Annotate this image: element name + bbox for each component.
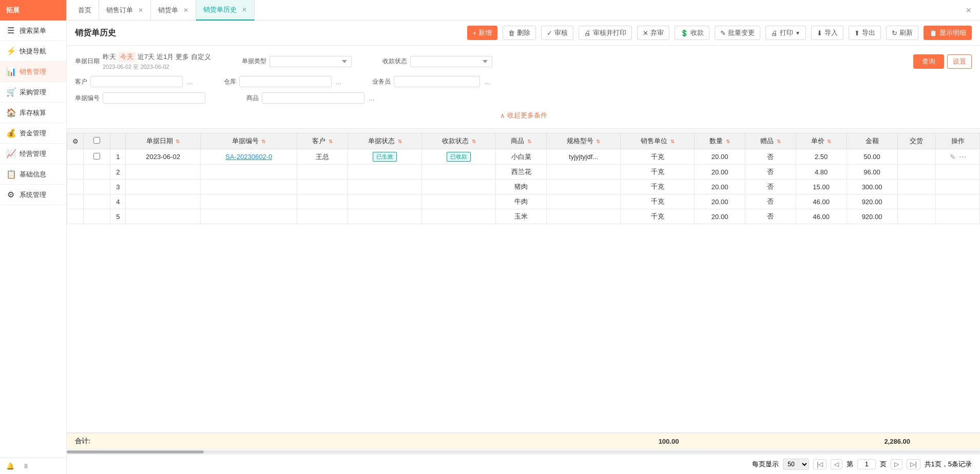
gear-column-header[interactable]: ⚙: [67, 133, 84, 149]
collapse-filter-button[interactable]: ∧ 收起更多条件: [75, 109, 972, 122]
sidebar-item-purchase-mgmt[interactable]: 🛒 采购管理: [0, 82, 66, 103]
select-all-checkbox[interactable]: [93, 137, 100, 144]
abandon-button[interactable]: ✕ 弃审: [637, 26, 669, 40]
shortcut-7days[interactable]: 近7天: [138, 52, 155, 62]
notification-icon[interactable]: 🔔: [6, 462, 14, 470]
row-spec-cell: [547, 180, 621, 194]
last-page-button[interactable]: ▷|: [907, 459, 920, 469]
goods-column-header[interactable]: 商品 ⇅: [496, 133, 547, 149]
doc-no-link[interactable]: SA-20230602-0: [225, 153, 272, 161]
docno-input[interactable]: [103, 92, 205, 104]
per-page-select[interactable]: 50 100 200: [783, 459, 809, 470]
first-page-button[interactable]: |◁: [813, 459, 827, 469]
sidebar-item-quick-nav[interactable]: ⚡ 快捷导航: [0, 41, 66, 62]
export-button[interactable]: ⬆ 导出: [849, 26, 881, 40]
filter-salesperson-item: 业务员 ...: [372, 76, 490, 87]
row-gear-cell: [67, 209, 84, 224]
tab-sales-delivery[interactable]: 销货单 ✕: [151, 0, 196, 21]
sidebar-item-operation[interactable]: 📈 经营管理: [0, 144, 66, 164]
payment-status-select[interactable]: [410, 56, 492, 67]
row-no-cell: 2: [110, 165, 126, 180]
tabbar: 首页 销售订单 ✕ 销货单 ✕ 销货单历史 ✕ ✕: [67, 0, 980, 21]
salesperson-input[interactable]: [394, 76, 480, 87]
sidebar-item-inventory[interactable]: 🏠 库存核算: [0, 103, 66, 123]
row-goods-cell: 牛肉: [496, 194, 547, 209]
new-button[interactable]: + 新增: [467, 26, 498, 40]
print-button[interactable]: 🖨 打印 ▼: [765, 26, 806, 40]
doc-type-select[interactable]: [270, 56, 352, 67]
tab-sales-history[interactable]: 销货单历史 ✕: [196, 0, 255, 21]
gift-column-header[interactable]: 赠品 ⇅: [745, 133, 796, 149]
doc-type-label: 单据类型: [242, 57, 266, 66]
warehouse-input[interactable]: [239, 76, 332, 87]
shortcut-today[interactable]: 今天: [118, 52, 136, 62]
doc-no-column-header[interactable]: 单据编号 ⇅: [200, 133, 297, 149]
customer-column-header[interactable]: 客户 ⇅: [297, 133, 348, 149]
query-button[interactable]: 查询: [913, 54, 944, 69]
sidebar-item-system-mgmt[interactable]: ⚙ 系统管理: [0, 185, 66, 205]
row-unit-price-cell: 46.00: [796, 209, 847, 224]
row-action-cell: ✎ ⋯: [936, 149, 980, 165]
doc-date-column-header[interactable]: 单据日期 ⇅: [126, 133, 201, 149]
shortcut-1month[interactable]: 近1月: [157, 52, 174, 62]
collect-button[interactable]: 💲 收款: [675, 26, 709, 40]
qty-column-header[interactable]: 数量 ⇅: [695, 133, 745, 149]
filter-doc-type-item: 单据类型: [242, 56, 352, 67]
row-more-icon[interactable]: ⋯: [959, 153, 966, 161]
row-customer-cell: [297, 165, 348, 180]
next-page-button[interactable]: ▷: [891, 459, 902, 469]
goods-dots-button[interactable]: ...: [369, 94, 375, 102]
audit-print-button[interactable]: 🖨 审核并打印: [579, 26, 632, 40]
settings-button[interactable]: 设置: [947, 54, 972, 69]
tab-sales-order[interactable]: 销售订单 ✕: [99, 0, 151, 21]
scroll-thumb[interactable]: [67, 450, 204, 453]
horizontal-scrollbar[interactable]: [67, 449, 980, 454]
close-all-tabs-button[interactable]: ✕: [962, 6, 976, 14]
row-transaction-cell: [897, 165, 936, 180]
unit-price-column-header[interactable]: 单价 ⇅: [796, 133, 847, 149]
show-detail-button[interactable]: 📋 显示明细: [924, 26, 972, 40]
pause-icon[interactable]: ⏸: [23, 462, 29, 470]
rowno-column-header: [110, 133, 126, 149]
spec-column-header[interactable]: 规格型号 ⇅: [547, 133, 621, 149]
sales-unit-column-header[interactable]: 销售单位 ⇅: [621, 133, 695, 149]
salesperson-dots-button[interactable]: ...: [484, 77, 490, 86]
shortcut-more[interactable]: 更多: [176, 52, 189, 62]
row-qty-cell: 20.00: [695, 209, 745, 224]
sidebar-item-basic-info[interactable]: 📋 基础信息: [0, 164, 66, 185]
row-checkbox[interactable]: [93, 153, 100, 160]
filter-customer-item: 客户 ...: [75, 76, 193, 87]
row-gear-cell: [67, 149, 84, 165]
row-edit-icon[interactable]: ✎: [950, 153, 956, 161]
refresh-button[interactable]: ↻ 刷新: [886, 26, 918, 40]
shortcut-yesterday[interactable]: 昨天: [103, 52, 116, 62]
customer-dots-button[interactable]: ...: [187, 77, 193, 86]
row-doc-date-cell: [126, 209, 201, 224]
transaction-column-header: 交货: [897, 133, 936, 149]
delete-button[interactable]: 🗑 删除: [503, 26, 536, 40]
import-button[interactable]: ⬇ 导入: [811, 26, 843, 40]
tab-home[interactable]: 首页: [71, 0, 99, 21]
tab-sales-order-close[interactable]: ✕: [138, 7, 143, 14]
goods-input[interactable]: [262, 92, 364, 104]
total-label: 合计:: [75, 437, 116, 446]
prev-page-button[interactable]: ◁: [831, 459, 842, 469]
print-dropdown-icon: ▼: [795, 30, 800, 36]
audit-button[interactable]: ✓ 审核: [541, 26, 573, 40]
doc-status-badge: 已生效: [373, 152, 397, 162]
page-number-input[interactable]: [857, 459, 876, 469]
shortcut-custom[interactable]: 自定义: [191, 52, 211, 62]
tab-sales-history-close[interactable]: ✕: [242, 6, 247, 13]
pay-status-column-header[interactable]: 收款状态 ⇅: [422, 133, 496, 149]
tab-sales-delivery-close[interactable]: ✕: [183, 7, 188, 14]
row-checkbox-cell: [84, 165, 110, 180]
customer-input[interactable]: [90, 76, 183, 87]
sidebar-item-search-menu[interactable]: ☰ 搜索菜单: [0, 21, 66, 41]
batch-change-button[interactable]: ✎ 批量变更: [715, 26, 760, 40]
sidebar-item-sales-mgmt[interactable]: 📊 销售管理: [0, 62, 66, 82]
doc-status-column-header[interactable]: 单据状态 ⇅: [348, 133, 422, 149]
sidebar-item-finance[interactable]: 💰 资金管理: [0, 123, 66, 144]
warehouse-dots-button[interactable]: ...: [336, 77, 342, 86]
action-column-header: 操作: [936, 133, 980, 149]
gear-icon[interactable]: ⚙: [72, 137, 79, 145]
